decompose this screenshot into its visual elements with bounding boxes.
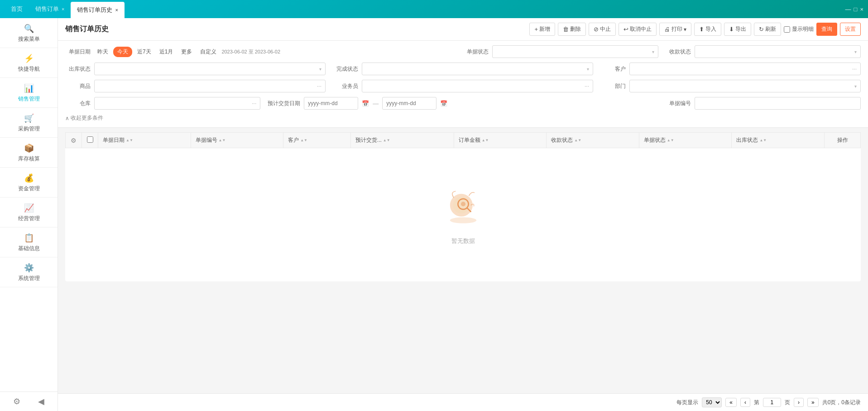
warehouse-group: 仓库 ··· xyxy=(65,97,260,110)
product-select[interactable]: ··· xyxy=(94,80,326,92)
date-yesterday[interactable]: 昨天 xyxy=(94,47,111,57)
calendar-end-icon[interactable]: 📅 xyxy=(440,100,447,107)
bill-number-input[interactable] xyxy=(695,97,861,110)
sidebar-item-sales-mgmt[interactable]: 📊 销售管理 xyxy=(0,78,58,108)
query-button[interactable]: 查询 xyxy=(816,23,837,36)
toolbar: + 新增 🗑 删除 ⊘ 中止 ↩ 取消中止 xyxy=(529,23,861,36)
dept-arrow-icon: ▾ xyxy=(854,84,857,89)
topbar: 首页 销售订单 × 销售订单历史 × — □ × xyxy=(0,0,868,18)
warehouse-select[interactable]: ··· xyxy=(94,97,260,110)
last-page-btn[interactable]: » xyxy=(807,398,819,407)
delivery-col-header: 预计交货... ▲▼ xyxy=(350,133,454,148)
refresh-button[interactable]: ↻ 刷新 xyxy=(754,23,781,36)
stop-button[interactable]: ⊘ 中止 xyxy=(589,23,616,36)
sidebar-settings-icon[interactable]: ⚙ xyxy=(13,396,20,406)
settings-button[interactable]: 设置 xyxy=(840,23,861,36)
completion-arrow-icon: ▾ xyxy=(587,67,589,72)
operations-icon: 📈 xyxy=(24,203,34,213)
close-history-tab[interactable]: × xyxy=(115,7,118,13)
show-detail-checkbox[interactable] xyxy=(784,26,790,33)
delivery-date-end-input[interactable] xyxy=(382,97,436,110)
window-close[interactable]: × xyxy=(860,6,863,13)
amount-sort[interactable]: 订单金额 ▲▼ xyxy=(459,136,542,144)
delivery-date-start-input[interactable] xyxy=(304,97,358,110)
delivery-sort[interactable]: 预计交货... ▲▼ xyxy=(355,136,449,144)
salesman-dots-icon[interactable]: ··· xyxy=(585,83,589,89)
date-1month[interactable]: 近1月 xyxy=(156,47,177,57)
window-minimize[interactable]: — xyxy=(845,6,851,13)
bill-status-sort[interactable]: 单据状态 ▲▼ xyxy=(644,136,727,144)
first-page-btn[interactable]: « xyxy=(725,398,737,407)
filter-row-1: 单据日期 昨天 今天 近7天 近1月 更多 自定义 2023-06-02 至 2… xyxy=(65,45,861,58)
window-maximize[interactable]: □ xyxy=(854,6,858,13)
receipt-status-sort[interactable]: 收款状态 ▲▼ xyxy=(551,136,634,144)
table-header-row: ⚙ 单据日期 ▲▼ 单据编号 xyxy=(66,133,861,148)
print-button[interactable]: 🖨 打印 ▾ xyxy=(659,23,691,36)
table-settings-icon[interactable]: ⚙ xyxy=(71,137,77,144)
cancel-stop-icon: ↩ xyxy=(623,26,628,33)
sidebar: 🔍 搜索菜单 ⚡ 快捷导航 📊 销售管理 🛒 采购管理 📦 库存核算 💰 资金管… xyxy=(0,18,58,411)
export-button[interactable]: ⬇ 导出 xyxy=(724,23,751,36)
table-body: 暂无数据 xyxy=(66,148,861,282)
close-sales-order-tab[interactable]: × xyxy=(62,6,64,12)
receipt-status-sort-icon: ▲▼ xyxy=(574,139,581,142)
sidebar-collapse-icon[interactable]: ◀ xyxy=(38,396,44,406)
sidebar-item-search-menu[interactable]: 🔍 搜索菜单 xyxy=(0,18,58,48)
completion-status-select[interactable]: ▾ xyxy=(362,63,593,75)
calendar-start-icon[interactable]: 📅 xyxy=(362,100,369,107)
customer-label: 客户 xyxy=(600,65,626,73)
sidebar-item-basic-info[interactable]: 📋 基础信息 xyxy=(0,227,58,257)
page-title: 销售订单历史 xyxy=(65,24,109,34)
tab-home[interactable]: 首页 xyxy=(5,0,29,18)
bill-status-label: 单据状态 xyxy=(463,48,489,56)
sidebar-item-sys-mgmt[interactable]: ⚙️ 系统管理 xyxy=(0,257,58,287)
new-button[interactable]: + 新增 xyxy=(529,23,555,36)
import-button[interactable]: ⬆ 导入 xyxy=(694,23,721,36)
sales-mgmt-icon: 📊 xyxy=(24,83,34,93)
collapse-arrow-icon: ∧ xyxy=(65,115,69,121)
sidebar-item-operations[interactable]: 📈 经营管理 xyxy=(0,198,58,227)
date-sort[interactable]: 单据日期 ▲▼ xyxy=(103,136,186,144)
completion-status-group: 完成状态 ▾ xyxy=(333,63,593,75)
print-icon: 🖨 xyxy=(664,26,670,33)
salesman-select[interactable]: ··· xyxy=(362,80,593,92)
tab-sales-order[interactable]: 销售订单 × xyxy=(29,0,71,18)
page-title-bar: 销售订单历史 + 新增 🗑 删除 ⊘ 中止 ↩ xyxy=(65,23,861,36)
delivery-sort-icon: ▲▼ xyxy=(383,139,390,142)
product-dots-icon[interactable]: ··· xyxy=(317,83,321,89)
customer-dots-icon[interactable]: ··· xyxy=(852,66,857,72)
cancel-stop-button[interactable]: ↩ 取消中止 xyxy=(619,23,657,36)
sidebar-item-inventory[interactable]: 📦 库存核算 xyxy=(0,138,58,168)
amount-sort-icon: ▲▼ xyxy=(482,139,489,142)
number-sort[interactable]: 单据编号 ▲▼ xyxy=(196,136,279,144)
dept-select[interactable]: ▾ xyxy=(629,80,861,92)
product-group: 商品 ··· xyxy=(65,80,326,92)
empty-row: 暂无数据 xyxy=(66,148,861,282)
customer-sort[interactable]: 客户 ▲▼ xyxy=(288,136,346,144)
customer-select[interactable]: ··· xyxy=(629,63,861,75)
date-filter-group: 单据日期 昨天 今天 近7天 近1月 更多 自定义 2023-06-02 至 2… xyxy=(65,47,456,57)
per-page-select[interactable]: 50 xyxy=(702,397,722,407)
prev-page-btn[interactable]: ‹ xyxy=(740,398,750,407)
outbound-status-select[interactable]: ▾ xyxy=(94,63,326,75)
next-page-btn[interactable]: › xyxy=(794,398,804,407)
bill-status-select[interactable]: ▾ xyxy=(492,45,658,58)
collapse-btn[interactable]: ∧ 收起更多条件 xyxy=(65,114,861,122)
outbound-sort[interactable]: 出库状态 ▲▼ xyxy=(736,136,820,144)
sidebar-item-quick-nav[interactable]: ⚡ 快捷导航 xyxy=(0,48,58,78)
page-input[interactable] xyxy=(763,398,781,407)
select-all-checkbox[interactable] xyxy=(87,136,93,143)
content-area: 销售订单历史 + 新增 🗑 删除 ⊘ 中止 ↩ xyxy=(58,18,868,411)
number-col-header: 单据编号 ▲▼ xyxy=(191,133,283,148)
date-7days[interactable]: 近7天 xyxy=(134,47,154,57)
delete-button[interactable]: 🗑 删除 xyxy=(558,23,586,36)
sidebar-item-finance[interactable]: 💰 资金管理 xyxy=(0,168,58,198)
sidebar-item-purchase-mgmt[interactable]: 🛒 采购管理 xyxy=(0,108,58,138)
date-today[interactable]: 今天 xyxy=(113,47,132,57)
warehouse-dots-icon[interactable]: ··· xyxy=(252,100,256,106)
completion-status-label: 完成状态 xyxy=(333,65,358,73)
tab-sales-history[interactable]: 销售订单历史 × xyxy=(71,2,124,18)
date-custom[interactable]: 自定义 xyxy=(197,47,220,57)
receipt-status-select[interactable]: ▾ xyxy=(695,45,861,58)
date-more[interactable]: 更多 xyxy=(178,47,195,57)
